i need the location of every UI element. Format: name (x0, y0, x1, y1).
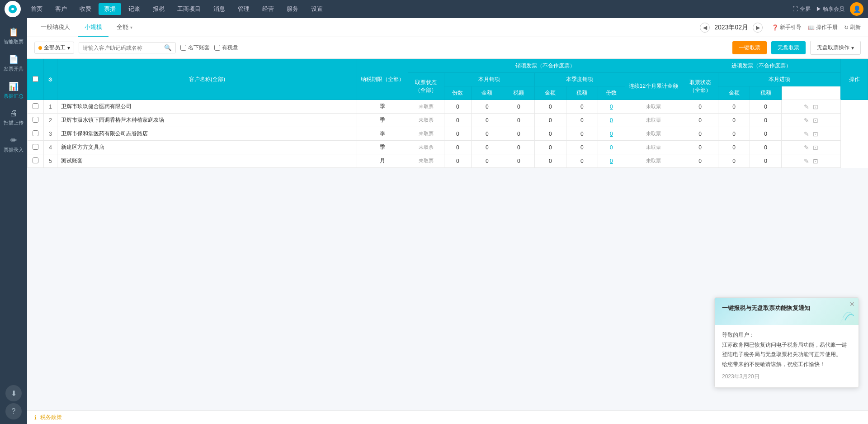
row-actions: ✎ ⊡ (782, 127, 841, 141)
row-s12m: 0 (598, 154, 625, 168)
nav-service[interactable]: 服务 (281, 3, 304, 15)
col-sm-amount: 金额 (471, 86, 503, 100)
nav-home[interactable]: 首页 (25, 3, 48, 15)
detail-icon[interactable]: ⊡ (813, 103, 818, 110)
sidebar-download-btn[interactable]: ⬇ (5, 385, 22, 401)
search-input[interactable] (79, 43, 160, 53)
tax-disk-filter-wrap[interactable]: 有税盘 (214, 44, 238, 52)
col-sm-tax: 税额 (503, 86, 534, 100)
sidebar-label-invoice-summary: 票据汇总 (4, 93, 24, 100)
select-all-checkbox[interactable] (33, 76, 38, 82)
row-sm-qty: 0 (444, 154, 471, 168)
row-checkbox[interactable] (33, 157, 38, 163)
row-sm-qty: 0 (444, 141, 471, 154)
sidebar-label-invoice-issue: 发票开具 (4, 66, 24, 72)
row-sm-amount: 0 (471, 127, 503, 141)
detail-icon[interactable]: ⊡ (813, 157, 818, 165)
sidebar-help-btn[interactable]: ? (5, 403, 22, 419)
nav-customer[interactable]: 客户 (50, 3, 72, 15)
nav-operation[interactable]: 经营 (257, 3, 279, 15)
col-sale-status: 取票状态（全部） (408, 73, 444, 100)
edit-icon[interactable]: ✎ (804, 103, 809, 110)
row-pm-tax: 0 (750, 127, 782, 141)
date-prev-btn[interactable]: ◀ (700, 23, 710, 33)
notification-popup: ✕ 一键报税与无盘取票功能恢复通知 尊敬的用户： 江苏政务网已恢复访问电子税务局… (714, 297, 859, 388)
app-logo (5, 1, 21, 17)
account-filter-checkbox[interactable] (180, 45, 186, 51)
row-sale-status: 未取票 (408, 154, 444, 168)
col-purchase-month: 本月进项 (718, 73, 841, 86)
date-nav: ◀ 2023年02月 ▶ (700, 23, 763, 33)
search-button[interactable]: 🔍 (160, 43, 175, 53)
user-avatar[interactable]: 👤 (850, 2, 863, 16)
date-next-btn[interactable]: ▶ (753, 23, 763, 33)
top-nav: 首页 客户 收费 票据 记账 报税 工商项目 消息 管理 经营 服务 设置 ⛶ … (0, 0, 868, 18)
row-pm-amount: 0 (718, 114, 750, 127)
col-purchase-status: 取票状态（全部） (682, 73, 718, 100)
row-sm-amount: 0 (471, 141, 503, 154)
col-sq-tax: 税额 (566, 86, 598, 100)
row-checkbox[interactable] (33, 117, 38, 123)
row-checkbox[interactable] (33, 130, 38, 136)
detail-icon[interactable]: ⊡ (813, 144, 818, 151)
row-actions: ✎ ⊡ (782, 154, 841, 168)
account-filter-wrap[interactable]: 名下账套 (180, 44, 210, 52)
tab-small-scale[interactable]: 小规模 (78, 19, 108, 37)
row-number: 4 (44, 141, 57, 154)
row-purchase-status: 未取票 (625, 114, 682, 127)
nav-manage[interactable]: 管理 (232, 3, 255, 15)
row-sq-amount: 0 (534, 114, 566, 127)
sidebar-item-ticket-entry[interactable]: ✏ 票据录入 (0, 131, 27, 158)
one-click-ticket-btn[interactable]: 一键取票 (732, 41, 767, 54)
row-actions: ✎ ⊡ (782, 141, 841, 154)
tab-general-taxpayer[interactable]: 一般纳税人 (34, 19, 76, 37)
row-sq-tax: 0 (566, 154, 598, 168)
nav-invoice[interactable]: 票据 (99, 3, 121, 15)
sidebar-item-smart-ticket[interactable]: 📋 智能取票 (0, 23, 27, 50)
row-checkbox[interactable] (33, 144, 38, 150)
sidebar-item-scan-upload[interactable]: 🖨 扫描上传 (0, 104, 27, 131)
sidebar-label-smart-ticket: 智能取票 (4, 38, 24, 45)
nav-tax[interactable]: 报税 (147, 3, 170, 15)
sidebar-item-invoice-issue[interactable]: 📄 发票开具 (0, 50, 27, 77)
no-disk-ops-btn[interactable]: 无盘取票操作 ▾ (810, 41, 861, 55)
row-pm-tax: 0 (750, 100, 782, 114)
detail-icon[interactable]: ⊡ (813, 130, 818, 138)
tab-all-capable[interactable]: 全能 ▾ (110, 19, 139, 37)
edit-icon[interactable]: ✎ (804, 117, 809, 124)
nav-message[interactable]: 消息 (208, 3, 231, 15)
no-disk-ticket-btn[interactable]: 无盘取票 (771, 41, 806, 54)
detail-icon[interactable]: ⊡ (813, 117, 818, 124)
member-btn[interactable]: ▶ 畅享会员 (816, 5, 844, 13)
info-icon: ℹ (34, 414, 37, 421)
tax-disk-filter-checkbox[interactable] (214, 45, 220, 51)
operation-manual-btn[interactable]: 📖 操作手册 (808, 24, 838, 31)
refresh-btn[interactable]: ↻ 刷新 (844, 24, 861, 31)
row-sale-status: 未取票 (408, 100, 444, 114)
col-sale-quarter: 本季度销项 (534, 73, 625, 86)
col-pm-tax: 税额 (750, 86, 782, 100)
row-sale-status: 未取票 (408, 114, 444, 127)
edit-icon[interactable]: ✎ (804, 130, 809, 138)
notification-end: 给您带来的不便敬请谅解，祝您工作愉快！ (722, 360, 851, 370)
edit-icon[interactable]: ✎ (804, 157, 809, 165)
col-customer: 客户名称(全部) (57, 59, 357, 100)
row-sale-status: 未取票 (408, 141, 444, 154)
fullscreen-btn[interactable]: ⛶ 全屏 (793, 5, 810, 13)
smart-ticket-icon: 📋 (9, 27, 19, 37)
sidebar-item-invoice-summary[interactable]: 📊 票据汇总 (0, 77, 27, 104)
edit-icon[interactable]: ✎ (804, 144, 809, 151)
nav-accounting[interactable]: 记账 (123, 3, 146, 15)
nav-settings[interactable]: 设置 (306, 3, 328, 15)
new-user-guide-btn[interactable]: ❓ 新手引导 (772, 24, 802, 31)
row-checkbox[interactable] (33, 103, 38, 109)
scan-upload-icon: 🖨 (9, 109, 18, 118)
tax-policy-link[interactable]: 税务政策 (40, 414, 62, 421)
row-sq-tax: 0 (566, 141, 598, 154)
sub-tabs-right: ❓ 新手引导 📖 操作手册 ↻ 刷新 (772, 24, 861, 31)
nav-business[interactable]: 工商项目 (172, 3, 206, 15)
nav-billing[interactable]: 收费 (74, 3, 97, 15)
employee-filter[interactable]: 全部员工 ▾ (34, 42, 74, 54)
row-pm-qty: 0 (682, 100, 718, 114)
row-purchase-status: 未取票 (625, 141, 682, 154)
